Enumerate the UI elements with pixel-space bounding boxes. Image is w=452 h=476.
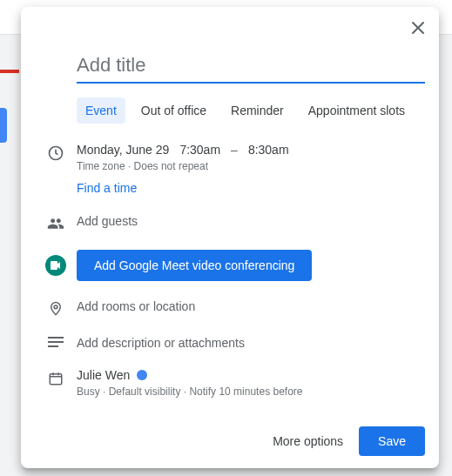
- calendar-color-dot[interactable]: [137, 370, 147, 380]
- time-separator: –: [231, 143, 238, 157]
- calendar-icon: [48, 370, 64, 387]
- save-button[interactable]: Save: [359, 426, 425, 456]
- separator-dot: [125, 160, 134, 172]
- svg-rect-4: [48, 345, 58, 347]
- event-create-modal: Event Out of office Reminder Appointment…: [21, 7, 439, 468]
- svg-rect-3: [48, 341, 64, 343]
- svg-point-1: [54, 305, 57, 309]
- tab-event[interactable]: Event: [77, 97, 125, 124]
- tab-appointment-slots[interactable]: Appointment slots: [300, 97, 414, 124]
- notification-setting[interactable]: Notify 10 minutes before: [189, 385, 302, 398]
- close-button[interactable]: [404, 14, 432, 42]
- timezone-link[interactable]: Time zone: [77, 160, 125, 172]
- svg-rect-5: [50, 374, 62, 385]
- end-time[interactable]: 8:30am: [248, 143, 289, 157]
- location-icon: [48, 300, 64, 318]
- add-guests-field[interactable]: Add guests: [77, 214, 138, 228]
- tab-reminder[interactable]: Reminder: [222, 97, 293, 124]
- add-description-field[interactable]: Add description or attachments: [77, 336, 245, 350]
- add-meet-button[interactable]: Add Google Meet video conferencing: [77, 250, 312, 281]
- video-icon: [45, 255, 66, 276]
- add-location-field[interactable]: Add rooms or location: [77, 299, 195, 313]
- event-type-tabs: Event Out of office Reminder Appointment…: [77, 97, 425, 124]
- repeat-setting[interactable]: Does not repeat: [134, 160, 208, 172]
- clock-icon: [47, 144, 64, 162]
- find-a-time-link[interactable]: Find a time: [77, 181, 137, 195]
- svg-rect-2: [48, 337, 64, 339]
- more-options-button[interactable]: More options: [273, 434, 343, 448]
- visibility-setting[interactable]: Default visibility: [109, 385, 181, 398]
- tab-out-of-office[interactable]: Out of office: [132, 97, 215, 124]
- separator-dot: [180, 385, 189, 398]
- availability-setting[interactable]: Busy: [77, 385, 100, 398]
- owner-name: Julie Wen: [77, 368, 130, 382]
- people-icon: [47, 215, 64, 232]
- title-input[interactable]: [77, 49, 425, 84]
- notes-icon: [48, 337, 64, 349]
- start-time[interactable]: 7:30am: [179, 143, 220, 157]
- date-display[interactable]: Monday, June 29: [77, 143, 169, 157]
- separator-dot: [100, 385, 109, 398]
